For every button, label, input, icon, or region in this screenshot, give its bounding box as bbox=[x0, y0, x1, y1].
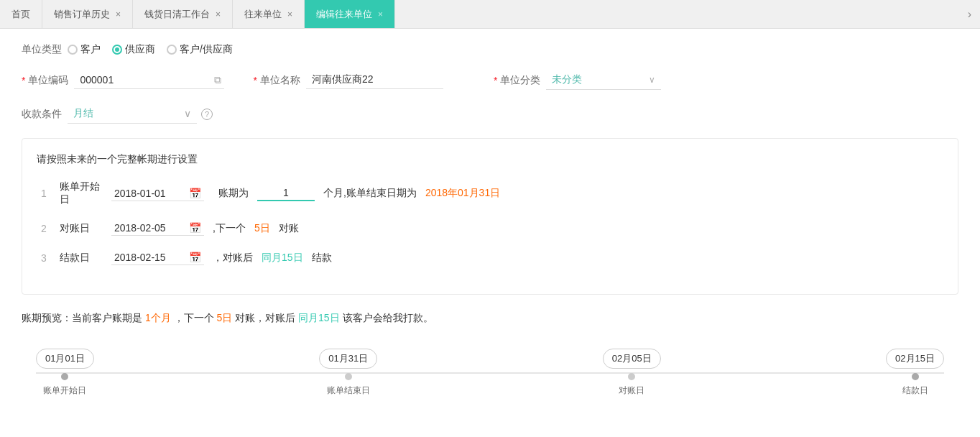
timeline-dot-1 bbox=[345, 373, 352, 380]
unit-type-label: 单位类型 bbox=[22, 43, 62, 56]
tab-cashflow-close[interactable]: × bbox=[216, 9, 221, 19]
period-row-3: 3 结款日 📅 ，对账后 同月15日 结款 bbox=[37, 250, 943, 265]
tab-sales-close[interactable]: × bbox=[116, 9, 121, 19]
radio-customer[interactable]: 客户 bbox=[68, 43, 101, 56]
preview-part2: ，下一个 bbox=[174, 312, 214, 323]
help-icon[interactable]: ? bbox=[201, 109, 213, 120]
reconcile-date-input[interactable] bbox=[114, 222, 186, 234]
period-row-2: 2 对账日 📅 ,下一个 5日 对账 bbox=[37, 221, 943, 236]
tab-home[interactable]: 首页 bbox=[0, 0, 42, 28]
period-settings-box: 请按照未来的一个完整帐期进行设置 1 账单开始日 📅 账期为 个月,账单结束日期… bbox=[22, 138, 958, 295]
timeline-date-3: 02月15日 bbox=[886, 349, 944, 369]
payment-date-suffix: 结款 bbox=[312, 252, 332, 264]
preview-day: 5日 bbox=[216, 312, 232, 323]
unit-code-input-wrap: ⧉ bbox=[74, 71, 224, 89]
tab-more-button[interactable]: › bbox=[959, 8, 980, 21]
start-date-wrap: 📅 bbox=[111, 186, 204, 201]
payment-row: 收款条件 月结 ∨ ? bbox=[22, 104, 958, 124]
timeline-date-0: 01月01日 bbox=[36, 349, 94, 369]
tab-partners[interactable]: 往来单位 × bbox=[233, 0, 305, 28]
radio-supplier-circle bbox=[112, 45, 122, 55]
payment-dropdown-arrow: ∨ bbox=[184, 108, 191, 119]
period-num-3: 3 bbox=[37, 252, 51, 264]
timeline-label-3: 结款日 bbox=[902, 385, 928, 397]
radio-both-label: 客户/供应商 bbox=[180, 43, 233, 56]
cat-required-star: * bbox=[494, 75, 497, 86]
timeline-points: 01月01日 账单开始日 01月31日 账单结束日 02月05日 对账日 02月… bbox=[36, 349, 944, 397]
tab-cashflow-label: 钱货日清工作台 bbox=[144, 8, 210, 21]
tab-edit-label: 编辑往来单位 bbox=[316, 8, 372, 21]
unit-code-input[interactable] bbox=[74, 71, 211, 88]
preview-part4: 对账，对账后 bbox=[235, 312, 295, 323]
period-num-2: 2 bbox=[37, 223, 51, 234]
period-label-3: 结款日 bbox=[60, 252, 103, 264]
tab-sales-label: 销售订单历史 bbox=[54, 8, 110, 21]
tab-partners-close[interactable]: × bbox=[287, 9, 292, 19]
preview-suffix: 该客户会给我打款。 bbox=[343, 312, 433, 323]
main-content: 单位类型 客户 供应商 客户/供应商 * 单位编码 bbox=[0, 29, 980, 437]
reconcile-prefix: ,下一个 bbox=[213, 222, 246, 235]
unit-type-row: 单位类型 客户 供应商 客户/供应商 bbox=[22, 43, 958, 56]
reconcile-date-cal-icon[interactable]: 📅 bbox=[189, 222, 201, 234]
period-months-input[interactable] bbox=[257, 185, 315, 201]
unit-category-label: 单位分类 bbox=[500, 74, 540, 87]
tab-home-label: 首页 bbox=[11, 8, 30, 21]
unit-code-label: 单位编码 bbox=[28, 74, 68, 87]
unit-name-label: 单位名称 bbox=[260, 74, 300, 87]
tab-partners-label: 往来单位 bbox=[244, 8, 282, 21]
timeline-dot-2 bbox=[628, 373, 635, 380]
preview-sameday: 同月15日 bbox=[298, 312, 340, 323]
tab-edit-close[interactable]: × bbox=[378, 9, 383, 19]
timeline-dot-0 bbox=[61, 373, 68, 380]
code-required-star: * bbox=[22, 75, 25, 86]
timeline-label-2: 对账日 bbox=[619, 385, 644, 397]
unit-type-radio-group: 客户 供应商 客户/供应商 bbox=[68, 43, 233, 56]
radio-both-circle bbox=[167, 45, 177, 55]
unit-category-value: 未分类 bbox=[552, 73, 649, 86]
timeline-point-3: 02月15日 结款日 bbox=[886, 349, 944, 397]
tab-cashflow[interactable]: 钱货日清工作台 × bbox=[133, 0, 233, 28]
tab-edit-partner[interactable]: 编辑往来单位 × bbox=[305, 0, 395, 28]
timeline-point-1: 01月31日 账单结束日 bbox=[319, 349, 377, 397]
period-month-suffix: 个月,账单结束日期为 bbox=[323, 187, 417, 200]
payment-label: 收款条件 bbox=[22, 108, 62, 121]
start-date-cal-icon[interactable]: 📅 bbox=[189, 188, 201, 199]
unit-name-field: * 单位名称 bbox=[253, 71, 443, 89]
radio-both[interactable]: 客户/供应商 bbox=[167, 43, 233, 56]
copy-icon[interactable]: ⧉ bbox=[211, 74, 224, 86]
period-label-1: 账单开始日 bbox=[60, 180, 103, 206]
tab-sales-history[interactable]: 销售订单历史 × bbox=[42, 0, 133, 28]
payment-date-prefix: ，对账后 bbox=[213, 252, 253, 264]
start-date-input[interactable] bbox=[114, 188, 186, 199]
preview-months: 1个月 bbox=[145, 312, 171, 323]
unit-info-row: * 单位编码 ⧉ * 单位名称 * 单位分类 未分类 ∨ bbox=[22, 70, 958, 90]
timeline-date-1: 01月31日 bbox=[319, 349, 377, 369]
radio-supplier[interactable]: 供应商 bbox=[112, 43, 155, 56]
unit-category-select[interactable]: 未分类 ∨ bbox=[546, 70, 661, 90]
payment-value: 月结 bbox=[73, 107, 181, 120]
timeline-label-1: 账单结束日 bbox=[327, 385, 370, 397]
period-settings-title: 请按照未来的一个完整帐期进行设置 bbox=[37, 153, 943, 166]
period-label-2: 对账日 bbox=[60, 222, 103, 235]
timeline-label-0: 账单开始日 bbox=[43, 385, 86, 397]
reconcile-suffix: 对账 bbox=[279, 222, 299, 235]
unit-type-field: 单位类型 客户 供应商 客户/供应商 bbox=[22, 43, 233, 56]
timeline-point-0: 01月01日 账单开始日 bbox=[36, 349, 94, 397]
payment-field: 收款条件 月结 ∨ ? bbox=[22, 104, 213, 124]
radio-customer-label: 客户 bbox=[80, 43, 101, 56]
payment-date-cal-icon[interactable]: 📅 bbox=[189, 252, 201, 263]
reconcile-day-highlight: 5日 bbox=[254, 222, 270, 235]
tab-bar: 首页 销售订单历史 × 钱货日清工作台 × 往来单位 × 编辑往来单位 × › bbox=[0, 0, 980, 29]
period-end-date: 2018年01月31日 bbox=[425, 187, 500, 200]
payment-select[interactable]: 月结 ∨ bbox=[68, 104, 197, 124]
timeline: 01月01日 账单开始日 01月31日 账单结束日 02月05日 对账日 02月… bbox=[22, 341, 958, 404]
name-required-star: * bbox=[253, 75, 256, 86]
period-row-1: 1 账单开始日 📅 账期为 个月,账单结束日期为 2018年01月31日 bbox=[37, 180, 943, 206]
timeline-dot-3 bbox=[912, 373, 919, 380]
payment-date-wrap: 📅 bbox=[111, 250, 204, 265]
payment-date-input[interactable] bbox=[114, 252, 186, 263]
unit-code-field: * 单位编码 ⧉ bbox=[22, 71, 224, 89]
radio-customer-circle bbox=[68, 45, 78, 55]
preview-prefix: 账期预览：当前客户账期是 bbox=[22, 312, 142, 323]
unit-name-input[interactable] bbox=[306, 71, 443, 89]
